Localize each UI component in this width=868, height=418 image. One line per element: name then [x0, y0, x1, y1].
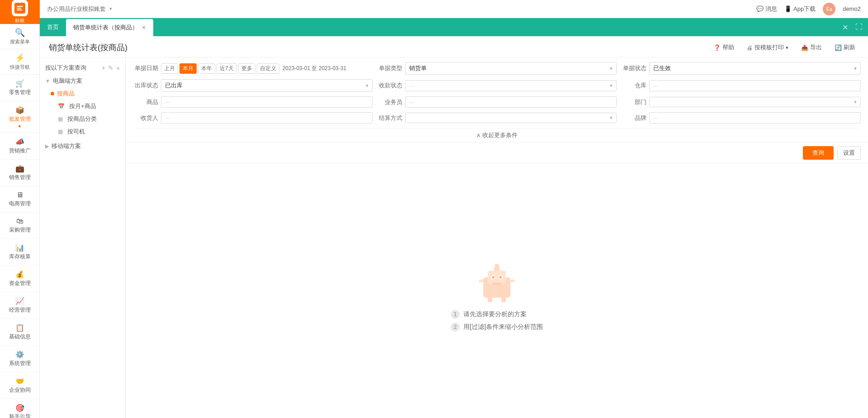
sidebar-item-system[interactable]: ⚙️ 系统管理 — [0, 346, 39, 372]
tree-item-by-category[interactable]: ▦ 按商品分类 — [40, 113, 125, 125]
message-btn[interactable]: 💬 消息 — [756, 5, 777, 13]
brand-input[interactable]: ··· — [649, 112, 861, 124]
collect-status-input[interactable]: ··· ▾ — [405, 80, 617, 91]
tree-item-by-printer[interactable]: ▦ 按司机 — [40, 125, 125, 138]
tab-home[interactable]: 首页 — [40, 18, 66, 36]
date-more-btn[interactable]: 更多 — [238, 63, 255, 74]
settings-btn[interactable]: 设置 — [837, 146, 861, 160]
user-avatar[interactable]: Ea — [823, 3, 835, 15]
tab-expand-icon[interactable]: ⛶ — [854, 21, 864, 33]
query-btn[interactable]: 查询 — [803, 146, 834, 160]
goods-placeholder: ··· — [165, 99, 170, 105]
out-status-value: 已出库 — [165, 81, 183, 90]
message-label: 消息 — [765, 5, 777, 13]
export-label: 导出 — [810, 43, 822, 52]
tree-item-by-month-goods[interactable]: 📅 按月+商品 — [40, 100, 125, 113]
out-status-label: 出库状态 — [133, 81, 158, 90]
tree-pc-parent[interactable]: ▼ 电脑端方案 — [40, 75, 125, 87]
purchase-icon: 🛍 — [16, 217, 24, 225]
quick-nav-item[interactable]: ⚡ 快捷导航 — [0, 49, 39, 75]
help-icon: ❓ — [713, 44, 721, 51]
sidebar-item-ecommerce[interactable]: 🖥 电商管理 — [0, 186, 39, 213]
content-body: 按以下方案查询 + ✎ « ▼ 电脑端方案 按商品 — [40, 57, 868, 418]
goods-input[interactable]: ··· — [161, 96, 373, 108]
sidebar-item-retail[interactable]: 🛒 零售管理 — [0, 75, 39, 101]
salesman-input[interactable]: ··· — [405, 96, 617, 108]
sidebar-item-wholesale[interactable]: 📦 批发管理 ▲ — [0, 101, 39, 133]
basic-label: 基础信息 — [9, 333, 31, 341]
enterprise-label: 企业协同 — [9, 386, 31, 394]
warehouse-input[interactable]: ··· — [649, 80, 861, 91]
sidebar-item-purchase[interactable]: 🛍 采购管理 — [0, 213, 39, 239]
settle-label: 结算方式 — [377, 114, 402, 122]
page-title: 销货单统计表(按商品) — [49, 42, 127, 53]
header-right: 💬 消息 📱 App下载 Ea demo2 — [756, 3, 861, 15]
sidebar-item-guide[interactable]: 🎯 新手引导 — [0, 399, 39, 418]
template-print-label: 按模板打印 — [755, 43, 784, 52]
retail-label: 零售管理 — [9, 89, 31, 96]
right-panel: 单据日期 上月 本月 本年 近7天 更多 自定义 2023-03-01 至 20… — [126, 57, 868, 418]
svg-rect-11 — [509, 280, 515, 282]
collapse-filter-btn[interactable]: ∧ 收起更多条件 — [133, 128, 861, 142]
date-7days-btn[interactable]: 近7天 — [217, 63, 237, 74]
collapse-panel-btn[interactable]: « — [116, 64, 120, 71]
help-label: 帮助 — [722, 43, 734, 52]
operations-icon: 📈 — [15, 297, 24, 305]
svg-rect-2 — [488, 271, 506, 284]
tree-by-goods-label: 按商品 — [57, 90, 75, 98]
tip1-number: 1 — [451, 310, 460, 319]
date-custom-btn[interactable]: 自定义 — [257, 63, 279, 74]
calendar-icon: 📅 — [58, 103, 65, 109]
tree-pc-label: 电脑端方案 — [53, 77, 82, 85]
tab-home-label: 首页 — [47, 23, 59, 31]
tab-bar-actions: ✕ ⛶ — [840, 21, 868, 33]
settle-input[interactable]: ▾ — [405, 113, 617, 123]
message-icon: 💬 — [756, 5, 764, 12]
username[interactable]: demo2 — [843, 5, 861, 12]
template-print-btn[interactable]: 🖨 按模板打印 ▾ — [743, 42, 792, 53]
help-btn[interactable]: ❓ 帮助 — [710, 42, 738, 53]
left-panel-actions: + ✎ « — [102, 64, 120, 71]
sidebar-item-operations[interactable]: 📈 经营管理 — [0, 292, 39, 319]
filter-salesman-item: 业务员 ··· — [377, 96, 617, 108]
date-label: 单据日期 — [133, 64, 158, 72]
refresh-btn[interactable]: 🔄 刷新 — [831, 42, 859, 53]
dept-input[interactable]: ▾ — [649, 97, 861, 107]
date-this-month-btn[interactable]: 本月 — [179, 63, 197, 74]
tab-bar: 首页 销货单统计表（按商品） ✕ ✕ ⛶ — [40, 18, 868, 36]
sidebar-item-finance[interactable]: 💰 资金管理 — [0, 266, 39, 292]
receiver-input[interactable]: ··· — [161, 112, 373, 124]
svg-rect-13 — [501, 297, 506, 302]
svg-rect-7 — [492, 283, 501, 285]
wholesale-label: 批发管理 — [9, 115, 31, 123]
print-icon: 🖨 — [747, 44, 753, 51]
subtitle-dropdown[interactable]: ▾ — [109, 6, 112, 12]
edit-scheme-btn[interactable]: ✎ — [108, 64, 113, 71]
tree-mobile-parent[interactable]: ▶ 移动端方案 — [40, 140, 125, 152]
logo[interactable]: 标账 — [0, 0, 40, 24]
out-status-input[interactable]: 已出库 ▾ — [161, 79, 373, 92]
retail-icon: 🛒 — [15, 79, 24, 88]
search-menu-item[interactable]: 🔍 搜索菜单 — [0, 24, 39, 49]
main-area: 办公用品行业模拟账套 ▾ 💬 消息 📱 App下载 Ea demo2 首页 销货… — [40, 0, 868, 418]
refresh-icon: 🔄 — [835, 44, 842, 51]
app-download-btn[interactable]: 📱 App下载 — [784, 5, 816, 13]
tab-close-icon[interactable]: ✕ — [142, 24, 146, 31]
add-scheme-btn[interactable]: + — [102, 64, 105, 71]
date-this-year-btn[interactable]: 本年 — [198, 63, 215, 74]
sidebar-item-marketing[interactable]: 📣 营销推广 — [0, 133, 39, 160]
tab-close-all-icon[interactable]: ✕ — [840, 21, 850, 33]
warehouse-label: 仓库 — [621, 81, 646, 90]
sidebar-item-sales[interactable]: 💼 销售管理 — [0, 160, 39, 186]
filter-row-4: 收货人 ··· 结算方式 ▾ — [133, 112, 861, 124]
left-panel-title: 按以下方案查询 — [45, 64, 86, 72]
sidebar-item-basic[interactable]: 📋 基础信息 — [0, 319, 39, 346]
sidebar-item-enterprise[interactable]: 🤝 企业协同 — [0, 372, 39, 399]
tree-item-by-goods[interactable]: 按商品 — [40, 87, 125, 100]
tab-sales-stat[interactable]: 销货单统计表（按商品） ✕ — [66, 19, 153, 36]
sidebar-item-inventory[interactable]: 📊 库存核算 — [0, 239, 39, 266]
status-input[interactable]: 已生效 ▾ — [649, 62, 861, 75]
date-last-month-btn[interactable]: 上月 — [161, 63, 178, 74]
export-btn[interactable]: 📤 导出 — [797, 42, 826, 53]
type-input[interactable]: 销货单 ▾ — [405, 62, 617, 75]
